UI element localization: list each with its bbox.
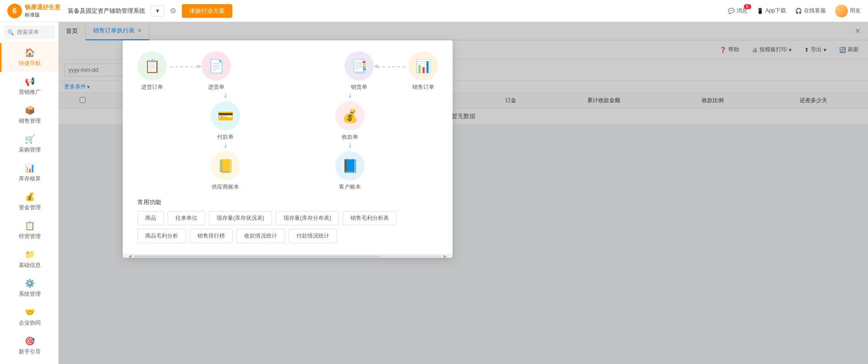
payment-down-arrow: ↓ — [196, 141, 255, 149]
search-menu-button[interactable]: 🔍 搜索菜单 — [4, 26, 55, 39]
inventory-icon: 📊 — [25, 163, 35, 173]
row3-mid-spacer — [255, 151, 321, 191]
flow-row-1: 📋 进货订单 ▶ — [137, 51, 438, 91]
sidebar-item-system[interactable]: ⚙️ 系统管理 — [0, 274, 58, 303]
row3-left-spacer — [137, 151, 196, 191]
purchase-bill-down-spacer — [137, 91, 196, 99]
func-btn-payment-stat[interactable]: 付款情况统计 — [289, 229, 337, 243]
user-item[interactable]: 用友 — [835, 5, 861, 17]
sidebar-label-operation: 经营管理 — [19, 233, 41, 240]
top-bar: 6 畅康通好生意 标准版 装备及固定资产辅助管理系统 ▼ ⚙ 体验行业方案 💬 … — [0, 0, 868, 22]
receipt-bill-label: 收款单 — [342, 133, 358, 141]
r2-mid-sp — [255, 141, 321, 149]
supplier-ledger-circle: 📒 — [211, 151, 240, 180]
logo-area: 6 畅康通好生意 标准版 — [7, 4, 62, 18]
sidebar-label-finance: 资金管理 — [19, 204, 41, 212]
purchase-order-label: 进货订单 — [141, 83, 163, 91]
sidebar-item-enterprise[interactable]: 🤝 企业协同 — [0, 303, 58, 331]
flow-node-purchase-bill[interactable]: 📄 进货单 — [202, 51, 231, 91]
sidebar-label-basic-info: 基础信息 — [19, 261, 41, 269]
payment-bill-label: 付款单 — [217, 133, 234, 141]
main-area: 🔍 搜索菜单 🏠 快捷导航 📢 营销推广 📦 销售管理 🛒 采购管理 — [0, 22, 868, 364]
purchase-bill-icon: 📄 — [208, 59, 224, 74]
enterprise-icon: 🤝 — [25, 307, 35, 317]
flow-arrows-down-row1: ↓ ↓ — [137, 91, 438, 99]
sidebar-item-basic-info[interactable]: 📁 基础信息 — [0, 245, 58, 274]
sidebar-label-guide: 新手引导 — [19, 348, 41, 356]
online-service-label: 在线客服 — [804, 7, 826, 15]
payment-bill-circle: 💳 — [211, 101, 240, 130]
func-btn-product-margin[interactable]: 商品毛利分析 — [137, 229, 186, 243]
sidebar-item-guide[interactable]: 🎯 新手引导 — [0, 331, 58, 360]
purchase-bill-label: 进货单 — [208, 83, 224, 91]
flow-node-customer-ledger[interactable]: 📘 客户账本 — [321, 151, 379, 191]
sidebar-label-sales: 销售管理 — [19, 117, 41, 125]
sidebar-item-finance[interactable]: 💰 资金管理 — [0, 187, 58, 216]
operation-icon: 📋 — [25, 221, 35, 231]
sidebar-item-marketing[interactable]: 📢 营销推广 — [0, 72, 58, 101]
sales-bill-down-arrow: ↓ — [321, 91, 379, 99]
trial-button[interactable]: 体验行业方案 — [182, 4, 232, 18]
func-btn-sales-rank[interactable]: 销售排行榜 — [190, 229, 233, 243]
flow-node-sales-bill[interactable]: 📑 销货单 — [344, 51, 374, 91]
scrollbar-left-arrow[interactable]: ◀ — [126, 254, 134, 258]
arrow-sales-order-to-bill: ◀ — [377, 66, 405, 76]
common-func-title: 常用功能 — [137, 198, 438, 206]
func-btn-stock-dist[interactable]: 现存量(库存分布表) — [276, 211, 339, 225]
scrollbar-right-arrow[interactable]: ▶ — [442, 254, 449, 258]
app-download-item[interactable]: 📱 App下载 — [757, 7, 786, 15]
sidebar-item-sales[interactable]: 📦 销售管理 — [0, 101, 58, 130]
search-icon: 🔍 — [7, 29, 14, 36]
message-item[interactable]: 💬 消息 6 — [728, 7, 748, 15]
content-area: 首页 销售订单执行表 ✕ ✕ ❓ 帮助 🖨 按模板打印 — [59, 22, 868, 364]
sidebar-item-operation[interactable]: 📋 经营管理 — [0, 216, 58, 245]
payment-bill-icon: 💳 — [218, 109, 234, 124]
system-icon: ⚙️ — [25, 278, 35, 288]
phone-icon: 📱 — [757, 8, 764, 14]
online-service-item[interactable]: 🎧 在线客服 — [795, 7, 826, 15]
func-btn-product[interactable]: 商品 — [137, 211, 164, 225]
app-wrapper: 6 畅康通好生意 标准版 装备及固定资产辅助管理系统 ▼ ⚙ 体验行业方案 💬 … — [0, 0, 868, 364]
func-btn-sales-margin[interactable]: 销售毛利分析表 — [343, 211, 397, 225]
row3-right-spacer — [379, 151, 438, 191]
logo-icon: 6 — [7, 4, 22, 18]
marketing-icon: 📢 — [25, 76, 35, 87]
common-functions-section: 常用功能 商品 往来单位 现存量(库存状况表) 现存量(库存分布表) 销售毛利分… — [137, 198, 438, 243]
scrollbar-track[interactable] — [134, 255, 442, 257]
sidebar-item-inventory[interactable]: 📊 库存核算 — [0, 158, 58, 187]
flow-arrows-down-row2: ↓ ↓ — [137, 141, 438, 149]
brand-name: 畅康通好生意 — [25, 4, 60, 11]
sales-order-label: 销售订单 — [412, 83, 434, 91]
system-dropdown[interactable]: ▼ — [151, 5, 164, 16]
settings-icon[interactable]: ⚙ — [170, 6, 176, 15]
sidebar-label-quick-nav: 快捷导航 — [19, 60, 41, 67]
brand-version: 标准版 — [25, 11, 60, 18]
sidebar: 🔍 搜索菜单 🏠 快捷导航 📢 营销推广 📦 销售管理 🛒 采购管理 — [0, 22, 59, 364]
receipt-bill-circle: 💰 — [335, 101, 365, 130]
func-btn-partner[interactable]: 往来单位 — [168, 211, 205, 225]
func-buttons: 商品 往来单位 现存量(库存状况表) 现存量(库存分布表) 销售毛利分析表 商品… — [137, 211, 438, 243]
row2-mid-spacer — [255, 101, 321, 141]
sidebar-item-quick-nav[interactable]: 🏠 快捷导航 — [0, 43, 58, 72]
mid-spacer — [255, 91, 321, 99]
avatar-img — [835, 5, 848, 17]
app-download-label: App下载 — [765, 7, 786, 15]
flow-node-payment-bill[interactable]: 💳 付款单 — [196, 101, 255, 141]
basicinfo-icon: 📁 — [25, 250, 35, 260]
flow-node-supplier-ledger[interactable]: 📒 供应商账本 — [196, 151, 255, 191]
flow-node-receipt-bill[interactable]: 💰 收款单 — [321, 101, 379, 141]
scrollbar-thumb[interactable] — [134, 255, 380, 257]
sidebar-label-system: 系统管理 — [19, 290, 41, 298]
sidebar-label-inventory: 库存核算 — [19, 175, 41, 183]
flow-node-sales-order[interactable]: 📊 销售订单 — [409, 51, 438, 91]
guide-icon: 🎯 — [25, 336, 35, 346]
flow-node-purchase-order[interactable]: 📋 进货订单 — [137, 51, 167, 91]
customer-ledger-icon: 📘 — [342, 158, 358, 174]
sidebar-search: 🔍 搜索菜单 — [0, 22, 58, 43]
flow-diagram: 📋 进货订单 ▶ — [137, 51, 438, 191]
func-btn-stock-status[interactable]: 现存量(库存状况表) — [209, 211, 272, 225]
finance-icon: 💰 — [25, 192, 35, 202]
purchase-order-circle: 📋 — [137, 51, 167, 81]
sidebar-item-purchase[interactable]: 🛒 采购管理 — [0, 130, 58, 158]
func-btn-receipt-stat[interactable]: 收款情况统计 — [236, 229, 285, 243]
